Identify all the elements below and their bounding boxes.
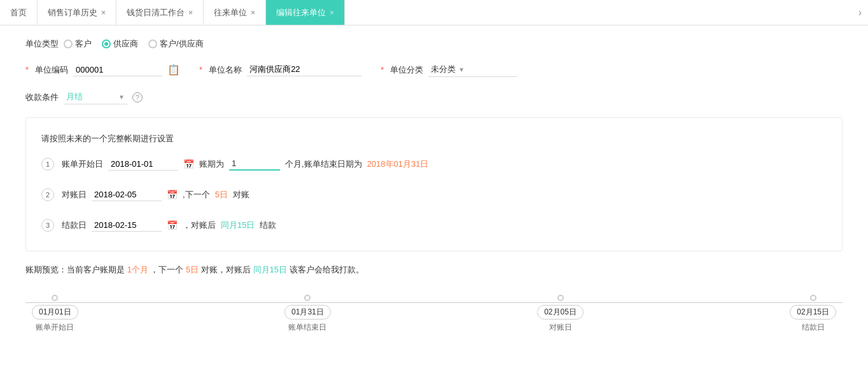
timeline-dot-2 [304, 295, 311, 301]
timeline-label-4: 结款日 [802, 322, 825, 333]
payment-condition-help-icon[interactable]: ? [132, 92, 143, 102]
settings-panel: 请按照未来的一个完整帐期进行设置 1 账单开始日 📅 账期为 个月,账单结束日期… [25, 117, 843, 251]
unit-category-field: * 单位分类 未分类 ▼ [381, 62, 517, 77]
tab-sales-order[interactable]: 销售订单历史 × [38, 0, 116, 25]
unit-code-field: * 单位编码 📋 [25, 64, 180, 76]
unit-category-arrow: ▼ [458, 66, 465, 73]
step-2-calendar-icon[interactable]: 📅 [167, 190, 178, 200]
payment-condition-arrow: ▼ [118, 94, 125, 101]
step-3-date-input[interactable] [92, 219, 162, 232]
step-1-date-input[interactable] [108, 158, 178, 171]
tab-edit-partner-label: 编辑往来单位 [276, 7, 326, 18]
summary-mid1: ，下一个 [150, 265, 183, 274]
unit-info-row: * 单位编码 📋 * 单位名称 * 单位分类 未分类 ▼ [25, 62, 843, 77]
timeline-label-3: 对账日 [549, 322, 572, 333]
timeline-point-2: 01月31日 账单结束日 [284, 295, 331, 333]
tab-partner-label: 往来单位 [214, 7, 247, 18]
tab-edit-partner[interactable]: 编辑往来单位 × [266, 0, 345, 25]
radio-supplier-circle [102, 39, 111, 48]
timeline-label-col-4: 02月15日 结款日 [790, 305, 836, 333]
step-1-num-input[interactable] [229, 157, 280, 171]
timeline-label-col-2: 01月31日 账单结束日 [284, 305, 331, 333]
tab-partner[interactable]: 往来单位 × [204, 0, 266, 25]
tab-edit-partner-close[interactable]: × [330, 8, 334, 17]
unit-type-row: 单位类型 客户 供应商 客户/供应商 [25, 38, 843, 50]
step-2-date-input[interactable] [92, 188, 162, 201]
step-3-prefix-text: ，对账后 [183, 220, 216, 231]
step-3-content: 结款日 📅 ，对账后 同月15日 结款 [62, 219, 276, 232]
unit-name-input[interactable] [247, 64, 361, 76]
timeline-label-2: 账单结束日 [288, 322, 326, 333]
payment-condition-select[interactable]: 月结 ▼ [64, 90, 127, 104]
timeline-point-1: 01月01日 账单开始日 [32, 295, 78, 333]
unit-code-doc-icon[interactable]: 📋 [167, 64, 180, 76]
payment-condition-value: 月结 [66, 91, 116, 102]
step-2-content: 对账日 📅 ,下一个 5日 对账 [62, 188, 249, 201]
radio-supplier[interactable]: 供应商 [102, 38, 138, 50]
tab-partner-close[interactable]: × [251, 8, 255, 17]
unit-category-value: 未分类 [431, 64, 456, 75]
step-2-prefix-text: ,下一个 [183, 189, 210, 201]
timeline-points: 01月01日 账单开始日 01月31日 账单结束日 02月05日 对账日 [32, 295, 836, 333]
step-3-row: 3 结款日 📅 ，对账后 同月15日 结款 [41, 219, 827, 232]
radio-supplier-label: 供应商 [113, 38, 138, 50]
step-1-label: 账单开始日 [62, 158, 103, 170]
timeline-dot-4 [810, 295, 816, 301]
radio-customer-circle [64, 39, 73, 48]
step-3-label: 结款日 [62, 220, 87, 231]
summary-highlight3: 同月15日 [253, 265, 287, 274]
main-content: 单位类型 客户 供应商 客户/供应商 * 单位编码 [0, 25, 868, 387]
radio-customer-supplier-circle [148, 39, 157, 48]
unit-name-label: 单位名称 [209, 64, 242, 76]
unit-code-input[interactable] [73, 64, 162, 76]
step-3-number: 3 [41, 219, 54, 232]
step-2-highlight-day: 5日 [215, 189, 228, 201]
unit-code-label: 单位编码 [35, 64, 68, 76]
unit-type-field: 单位类型 客户 供应商 客户/供应商 [25, 38, 204, 50]
summary-prefix: 账期预览：当前客户账期是 [25, 265, 125, 274]
unit-category-star: * [381, 65, 384, 74]
tab-arrow[interactable]: › [852, 7, 868, 18]
payment-condition-field: 收款条件 月结 ▼ ? [25, 90, 143, 104]
radio-group-unit-type: 客户 供应商 客户/供应商 [64, 38, 204, 50]
tab-home-label: 首页 [10, 7, 27, 18]
panel-title: 请按照未来的一个完整帐期进行设置 [41, 133, 827, 144]
step-3-calendar-icon[interactable]: 📅 [167, 220, 178, 230]
step-2-suffix-text: 对账 [233, 189, 249, 201]
radio-customer[interactable]: 客户 [64, 38, 92, 50]
tab-home[interactable]: 首页 [0, 0, 38, 25]
timeline-dot-1 [52, 295, 58, 301]
tab-daily-clear[interactable]: 钱货日清工作台 × [116, 0, 204, 25]
summary-highlight1: 1个月 [127, 265, 148, 274]
timeline-label-col-1: 01月01日 账单开始日 [32, 305, 78, 333]
summary-highlight2: 5日 [186, 265, 199, 274]
step-1-number: 1 [41, 158, 54, 171]
timeline-badge-4: 02月15日 [790, 305, 836, 320]
step-1-highlight-date: 2018年01月31日 [367, 158, 429, 170]
summary-suffix: 该客户会给我打款。 [290, 265, 364, 274]
step-1-calendar-icon[interactable]: 📅 [183, 159, 194, 169]
timeline-badge-1: 01月01日 [32, 305, 78, 320]
summary-mid2: 对账，对账后 [201, 265, 251, 274]
unit-category-label: 单位分类 [390, 64, 423, 76]
timeline-label-col-3: 02月05日 对账日 [537, 305, 584, 333]
timeline-label-1: 账单开始日 [36, 322, 74, 333]
timeline-point-3: 02月05日 对账日 [537, 295, 584, 333]
tab-sales-order-close[interactable]: × [101, 8, 106, 17]
summary-row: 账期预览：当前客户账期是 1个月 ，下一个 5日 对账，对账后 同月15日 该客… [25, 264, 843, 276]
tab-daily-clear-close[interactable]: × [188, 8, 193, 17]
timeline-point-4: 02月15日 结款日 [790, 295, 836, 333]
payment-condition-label: 收款条件 [25, 92, 59, 103]
unit-category-select[interactable]: 未分类 ▼ [428, 62, 517, 77]
tab-sales-order-label: 销售订单历史 [48, 7, 97, 18]
step-1-mid-text: 账期为 [199, 158, 224, 170]
step-1-content: 账单开始日 📅 账期为 个月,账单结束日期为 2018年01月31日 [62, 157, 428, 171]
timeline-container: 01月01日 账单开始日 01月31日 账单结束日 02月05日 对账日 [25, 295, 843, 333]
step-2-label: 对账日 [62, 189, 87, 201]
tab-bar: 首页 销售订单历史 × 钱货日清工作台 × 往来单位 × 编辑往来单位 × › [0, 0, 868, 25]
radio-customer-label: 客户 [75, 38, 92, 50]
payment-condition-row: 收款条件 月结 ▼ ? [25, 90, 843, 104]
step-2-row: 2 对账日 📅 ,下一个 5日 对账 [41, 188, 827, 201]
radio-customer-supplier-label: 客户/供应商 [160, 38, 204, 50]
radio-customer-supplier[interactable]: 客户/供应商 [148, 38, 204, 50]
